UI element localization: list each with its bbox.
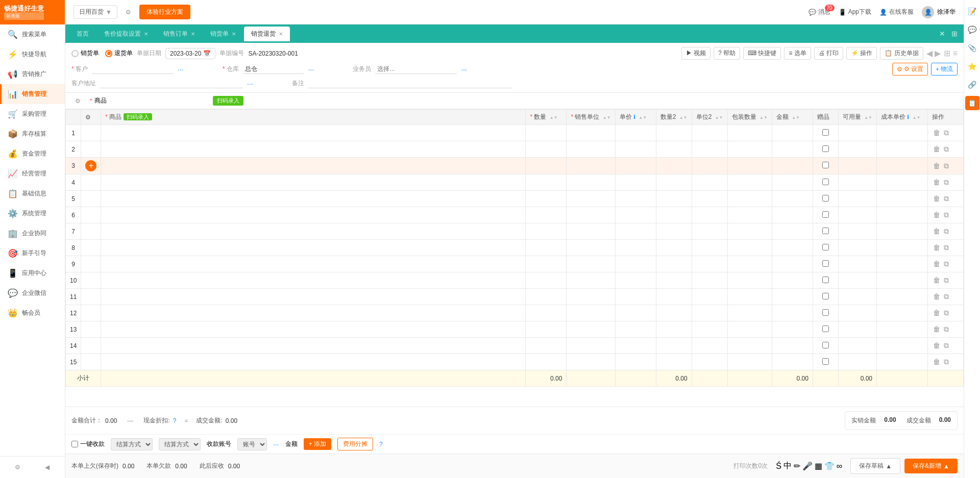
- sidebar-item-base-info[interactable]: 📋 基础信息: [0, 184, 65, 204]
- delete-row-btn[interactable]: 🗑: [933, 325, 940, 333]
- gift-cell[interactable]: [813, 256, 838, 272]
- unit2-cell[interactable]: [692, 223, 727, 240]
- right-sidebar-note-icon[interactable]: 📝: [965, 4, 979, 18]
- gift-cell[interactable]: [813, 125, 838, 141]
- one-key-pay-check[interactable]: [71, 441, 78, 447]
- product-cell[interactable]: [101, 141, 526, 158]
- sidebar-collapse-btn[interactable]: ◀: [34, 461, 61, 474]
- amount-cell[interactable]: [772, 338, 813, 354]
- pkg-cell[interactable]: [727, 321, 772, 338]
- pkg-cell[interactable]: [727, 240, 772, 256]
- add-payment-btn[interactable]: + 添加: [304, 438, 331, 450]
- right-sidebar-attach-icon[interactable]: 📎: [965, 41, 979, 55]
- avail-cell[interactable]: [838, 223, 876, 240]
- copy-row-btn[interactable]: ⧉: [944, 162, 949, 170]
- pkg-cell[interactable]: [727, 223, 772, 240]
- sidebar-item-wechat[interactable]: 💬 企业微信: [0, 283, 65, 303]
- gift-checkbox[interactable]: [822, 325, 829, 332]
- copy-row-btn[interactable]: ⧉: [944, 211, 949, 219]
- tab-menu-btn[interactable]: ⊞: [949, 28, 960, 40]
- pkg-cell[interactable]: [727, 338, 772, 354]
- avail-cell[interactable]: [838, 338, 876, 354]
- amount-cell[interactable]: [772, 223, 813, 240]
- unit2-cell[interactable]: [692, 338, 727, 354]
- right-sidebar-active-icon[interactable]: 📋: [965, 96, 979, 110]
- amount-cell[interactable]: [772, 289, 813, 305]
- qty-cell[interactable]: [526, 354, 567, 370]
- pkg-cell[interactable]: [727, 272, 772, 289]
- copy-row-btn[interactable]: ⧉: [944, 325, 949, 333]
- price-cell[interactable]: [615, 174, 656, 191]
- gift-cell[interactable]: [813, 338, 838, 354]
- cost-info-icon[interactable]: ℹ: [907, 114, 909, 120]
- qty-cell[interactable]: [526, 289, 567, 305]
- unit-cell[interactable]: [567, 174, 615, 191]
- customer-ellipsis-btn[interactable]: ···: [178, 65, 184, 73]
- unit2-cell[interactable]: [692, 240, 727, 256]
- pkg-cell[interactable]: [727, 125, 772, 141]
- unit2-cell[interactable]: [692, 125, 727, 141]
- unit-cell[interactable]: [567, 240, 615, 256]
- copy-row-btn[interactable]: ⧉: [944, 260, 949, 268]
- gift-checkbox[interactable]: [822, 129, 829, 136]
- settlement-method-select[interactable]: 结算方式: [111, 438, 153, 450]
- sidebar-item-enterprise[interactable]: 🏢 企业协同: [0, 223, 65, 243]
- address-ellipsis-btn[interactable]: ···: [247, 80, 253, 88]
- sidebar-item-system[interactable]: ⚙️ 系统管理: [0, 204, 65, 223]
- sidebar-item-marketing[interactable]: 📢 营销推广: [0, 64, 65, 84]
- product-cell[interactable]: [101, 338, 526, 354]
- history-btn[interactable]: 📋 历史单据: [880, 47, 923, 60]
- pkg-cell[interactable]: [727, 289, 772, 305]
- unit-cell[interactable]: [567, 256, 615, 272]
- header-settings-btn[interactable]: ⚙: [124, 7, 133, 18]
- copy-row-btn[interactable]: ⧉: [944, 276, 949, 284]
- product-cell[interactable]: [101, 272, 526, 289]
- cost-cell[interactable]: [877, 354, 928, 370]
- amount-cell[interactable]: [772, 240, 813, 256]
- qty2-cell[interactable]: [656, 141, 692, 158]
- amount-cell[interactable]: [772, 354, 813, 370]
- product-cell[interactable]: [101, 174, 526, 191]
- price-cell[interactable]: [615, 223, 656, 240]
- price-cell[interactable]: [615, 338, 656, 354]
- video-btn[interactable]: ▶ 视频: [681, 47, 710, 60]
- avail-cell[interactable]: [838, 256, 876, 272]
- cost-cell[interactable]: [877, 256, 928, 272]
- unit2-cell[interactable]: [692, 305, 727, 321]
- operate-btn[interactable]: ⚡ 操作: [846, 47, 877, 60]
- select-btn[interactable]: ≡ 选单: [784, 47, 811, 60]
- gift-cell[interactable]: [813, 321, 838, 338]
- qty2-cell[interactable]: [656, 321, 692, 338]
- delete-row-btn[interactable]: 🗑: [933, 227, 940, 235]
- product-cell[interactable]: [101, 158, 526, 174]
- unit2-cell[interactable]: [692, 289, 727, 305]
- qty2-cell[interactable]: [656, 125, 692, 141]
- tab-sales-goods[interactable]: 销货单 ✕: [203, 27, 243, 41]
- avail-cell[interactable]: [838, 125, 876, 141]
- customer-input[interactable]: [92, 64, 174, 74]
- sidebar-item-operations[interactable]: 📈 经营管理: [0, 164, 65, 184]
- qty-cell[interactable]: [526, 125, 567, 141]
- tab-close-icon[interactable]: ✕: [144, 31, 148, 37]
- copy-row-btn[interactable]: ⧉: [944, 145, 949, 153]
- warehouse-input[interactable]: [243, 64, 304, 74]
- help-btn[interactable]: ? 帮助: [714, 47, 740, 60]
- qty2-cell[interactable]: [656, 158, 692, 174]
- sidebar-item-guide[interactable]: 🎯 新手引导: [0, 243, 65, 263]
- pkg-cell[interactable]: [727, 305, 772, 321]
- cost-cell[interactable]: [877, 223, 928, 240]
- gift-checkbox[interactable]: [822, 342, 829, 348]
- save-new-btn[interactable]: 保存&新增 ▲: [904, 459, 958, 473]
- delete-row-btn[interactable]: 🗑: [933, 309, 940, 317]
- qty2-cell[interactable]: [656, 354, 692, 370]
- tab-close-icon[interactable]: ✕: [279, 31, 283, 37]
- amount-cell[interactable]: [772, 305, 813, 321]
- unit2-cell[interactable]: [692, 256, 727, 272]
- radio-return[interactable]: 退货单: [105, 49, 133, 58]
- cost-cell[interactable]: [877, 191, 928, 207]
- gift-checkbox[interactable]: [822, 244, 829, 250]
- app-download-btn[interactable]: 📱 App下载: [839, 8, 871, 16]
- avail-cell[interactable]: [838, 207, 876, 223]
- unit-cell[interactable]: [567, 272, 615, 289]
- right-sidebar-link-icon[interactable]: 🔗: [965, 78, 979, 92]
